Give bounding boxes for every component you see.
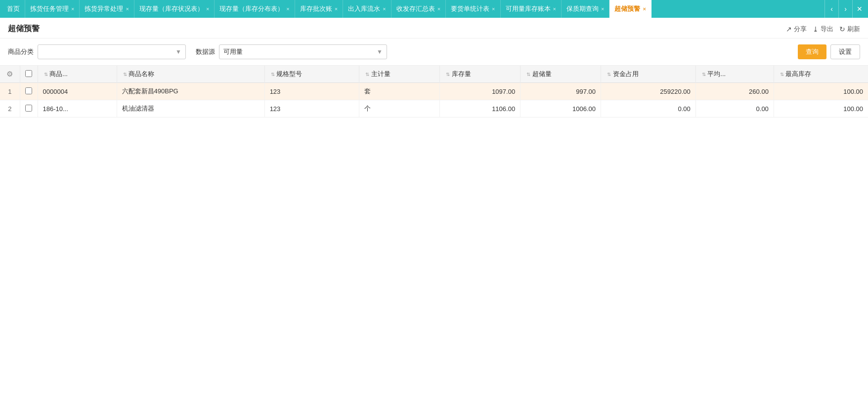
- close-inventory-dist[interactable]: ×: [286, 6, 289, 12]
- filter-actions: 查询 设置: [798, 44, 860, 59]
- row-avg: 0.00: [695, 100, 774, 118]
- table-row: 2186-10...机油滤清器123个1106.001006.000.000.0…: [0, 100, 868, 118]
- table-wrapper: ⚙ ⇅ 商品... ⇅ 商品名称 ⇅ 规格型号: [0, 66, 868, 118]
- col-avg-header[interactable]: ⇅ 平均...: [695, 66, 774, 83]
- header-actions: ↗ 分享 ⤓ 导出 ↻ 刷新: [786, 25, 860, 34]
- row-avg: 260.00: [695, 83, 774, 100]
- nav-collection-summary[interactable]: 收发存汇总表 ×: [391, 0, 446, 18]
- col-overstock-header[interactable]: ⇅ 超储量: [521, 66, 601, 83]
- page-header: 超储预警 ↗ 分享 ⤓ 导出 ↻ 刷新: [0, 18, 868, 39]
- topbar: 首页 拣货任务管理 × 拣货异常处理 × 现存量（库存状况表） × 现存量（库存…: [0, 0, 868, 18]
- sort-icon-spec: ⇅: [271, 72, 275, 77]
- topbar-right: ‹ › ✕: [825, 0, 866, 18]
- row-overstock: 1006.00: [521, 100, 601, 118]
- nav-inventory-status[interactable]: 现存量（库存状况表） ×: [134, 0, 215, 18]
- nav-close-all-btn[interactable]: ✕: [852, 0, 866, 18]
- refresh-icon: ↻: [839, 25, 845, 33]
- sort-icon-max: ⇅: [780, 72, 784, 77]
- row-max_stock: 100.00: [774, 100, 868, 118]
- datasource-label: 数据源: [196, 47, 215, 56]
- nav-available-account[interactable]: 可用量库存账本 ×: [501, 0, 562, 18]
- export-action[interactable]: ⤓ 导出: [813, 25, 833, 34]
- close-available-account[interactable]: ×: [553, 6, 556, 12]
- close-task-mgmt[interactable]: ×: [71, 6, 74, 12]
- datasource-select-value: 可用量: [223, 47, 243, 56]
- nav-inventory-dist[interactable]: 现存量（库存分布表） ×: [215, 0, 295, 18]
- select-all-checkbox[interactable]: [25, 70, 32, 77]
- close-inout-flow[interactable]: ×: [383, 6, 386, 12]
- close-inventory-status[interactable]: ×: [206, 6, 209, 12]
- row-capital: 259220.00: [601, 83, 696, 100]
- nav-prev-btn[interactable]: ‹: [825, 0, 838, 18]
- row-max_stock: 100.00: [774, 83, 868, 100]
- nav-inout-flow[interactable]: 出入库流水 ×: [343, 0, 391, 18]
- row-select-checkbox[interactable]: [25, 87, 32, 94]
- row-stock: 1097.00: [440, 83, 521, 100]
- close-abnormal[interactable]: ×: [126, 6, 129, 12]
- sort-icon-code: ⇅: [44, 72, 48, 77]
- query-button[interactable]: 查询: [798, 44, 826, 59]
- row-checkbox-cell: [20, 100, 38, 118]
- sort-icon-unit: ⇅: [365, 72, 369, 77]
- nav-batch-account[interactable]: 库存批次账 ×: [295, 0, 343, 18]
- col-max-stock-header[interactable]: ⇅ 最高库存: [774, 66, 868, 83]
- nav-overstock-warning[interactable]: 超储预警 ×: [609, 0, 651, 18]
- category-chevron-icon: ▼: [175, 48, 181, 55]
- sort-icon-capital: ⇅: [607, 72, 611, 77]
- row-code: 0000004: [38, 83, 117, 100]
- col-capital-header[interactable]: ⇅ 资金占用: [601, 66, 696, 83]
- close-overstock-warning[interactable]: ×: [643, 6, 646, 12]
- col-unit-header[interactable]: ⇅ 主计量: [359, 66, 440, 83]
- row-checkbox-cell: [20, 83, 38, 100]
- col-name-header[interactable]: ⇅ 商品名称: [117, 66, 264, 83]
- row-name: 机油滤清器: [117, 100, 264, 118]
- col-code-header[interactable]: ⇅ 商品...: [38, 66, 117, 83]
- datasource-filter-group: 数据源 可用量 ▼: [196, 44, 387, 59]
- settings-button[interactable]: 设置: [830, 44, 860, 59]
- nav-order-stats[interactable]: 要货单统计表 ×: [446, 0, 500, 18]
- close-order-stats[interactable]: ×: [492, 6, 495, 12]
- sort-icon-avg: ⇅: [702, 72, 706, 77]
- table-body: 10000004六配套新昌490BPG123套1097.00997.002592…: [0, 83, 868, 118]
- close-quality-check[interactable]: ×: [601, 6, 604, 12]
- refresh-action[interactable]: ↻ 刷新: [839, 25, 860, 34]
- category-label: 商品分类: [8, 47, 34, 56]
- row-code: 186-10...: [38, 100, 117, 118]
- nav-next-btn[interactable]: ›: [838, 0, 852, 18]
- row-unit: 个: [359, 100, 440, 118]
- page-content: 超储预警 ↗ 分享 ⤓ 导出 ↻ 刷新 商品分类 ▼ 数据源: [0, 18, 868, 395]
- datasource-chevron-icon: ▼: [377, 48, 383, 55]
- row-name: 六配套新昌490BPG: [117, 83, 264, 100]
- row-overstock: 997.00: [521, 83, 601, 100]
- col-spec-header[interactable]: ⇅ 规格型号: [264, 66, 359, 83]
- close-collection-summary[interactable]: ×: [437, 6, 440, 12]
- row-num: 1: [0, 83, 20, 100]
- share-action[interactable]: ↗ 分享: [786, 25, 807, 34]
- sort-icon-overstock: ⇅: [526, 72, 530, 77]
- row-num: 2: [0, 100, 20, 118]
- sort-icon-stock: ⇅: [446, 72, 450, 77]
- row-stock: 1106.00: [440, 100, 521, 118]
- row-unit: 套: [359, 83, 440, 100]
- nav-home[interactable]: 首页: [2, 0, 25, 18]
- close-batch-account[interactable]: ×: [335, 6, 338, 12]
- datasource-select[interactable]: 可用量 ▼: [219, 44, 387, 59]
- col-checkbox-header: [20, 66, 38, 83]
- filter-bar: 商品分类 ▼ 数据源 可用量 ▼ 查询 设置: [0, 39, 868, 66]
- row-spec: 123: [264, 100, 359, 118]
- table-row: 10000004六配套新昌490BPG123套1097.00997.002592…: [0, 83, 868, 100]
- col-gear: ⚙: [0, 66, 20, 83]
- nav-quality-check[interactable]: 保质期查询 ×: [562, 0, 609, 18]
- table-gear-icon[interactable]: ⚙: [6, 70, 13, 78]
- nav-abnormal[interactable]: 拣货异常处理 ×: [80, 0, 134, 18]
- table-header-row: ⚙ ⇅ 商品... ⇅ 商品名称 ⇅ 规格型号: [0, 66, 868, 83]
- category-filter-group: 商品分类 ▼: [8, 44, 186, 59]
- data-table: ⚙ ⇅ 商品... ⇅ 商品名称 ⇅ 规格型号: [0, 66, 868, 118]
- page-title: 超储预警: [8, 24, 40, 34]
- row-capital: 0.00: [601, 100, 696, 118]
- nav-task-mgmt[interactable]: 拣货任务管理 ×: [25, 0, 80, 18]
- row-select-checkbox[interactable]: [25, 105, 32, 112]
- col-stock-header[interactable]: ⇅ 库存量: [440, 66, 521, 83]
- category-select[interactable]: ▼: [38, 44, 186, 59]
- sort-icon-name: ⇅: [123, 72, 127, 77]
